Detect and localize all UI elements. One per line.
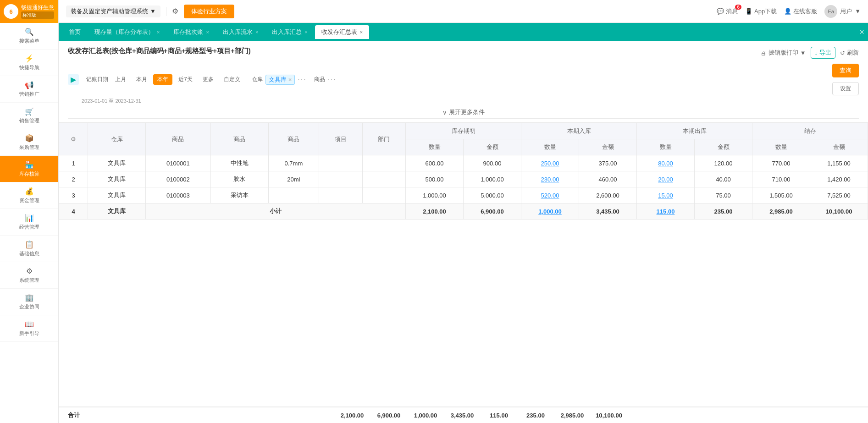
system-selector[interactable]: 装备及固定资产辅助管理系统 ▼	[66, 5, 160, 17]
expand-arrow-icon[interactable]: ▶	[68, 74, 79, 85]
row-name: 中性笔	[210, 155, 268, 171]
total-in-qty: 1,000.00	[407, 412, 444, 419]
row-out-qty[interactable]: 15.00	[637, 187, 695, 203]
online-service-action[interactable]: 👤 在线客服	[784, 7, 817, 16]
experience-button[interactable]: 体验行业方案	[184, 5, 234, 18]
total-init-qty: 2,100.00	[334, 412, 370, 419]
sidebar-item-quick-nav[interactable]: ⚡ 快捷导航	[0, 49, 58, 76]
date-btn-7days[interactable]: 近7天	[174, 74, 197, 85]
sidebar-nav: 🔍 搜索菜单 ⚡ 快捷导航 📢 营销推广 🛒 销售管理 📦 采购管理 🏪 库存核…	[0, 23, 58, 423]
quick-nav-icon: ⚡	[25, 54, 34, 63]
date-btn-this-month[interactable]: 本月	[132, 74, 151, 85]
goods-label: 商品	[314, 76, 325, 83]
warehouse-tag-close[interactable]: ×	[288, 76, 292, 83]
expand-more-conditions[interactable]: ∨ 展开更多条件	[68, 108, 859, 116]
service-icon: 👤	[784, 8, 791, 15]
close-all-tabs[interactable]: ×	[859, 27, 864, 37]
app-download-action[interactable]: 📱 App下载	[745, 7, 777, 16]
col-header-init-stock: 库存期初	[406, 123, 521, 139]
query-button[interactable]: 查询	[832, 64, 859, 77]
date-btn-last-month[interactable]: 上月	[111, 74, 130, 85]
online-service-label: 在线客服	[793, 7, 817, 16]
col-header-init-qty: 数量	[406, 139, 464, 155]
tab-stock-dist-close[interactable]: ×	[157, 29, 160, 35]
main-content: 装备及固定资产辅助管理系统 ▼ ⚙ 体验行业方案 💬 消息 6 📱 App下载 …	[59, 0, 868, 423]
message-badge: 6	[735, 5, 741, 10]
tab-home-label: 首页	[69, 28, 81, 36]
date-btn-custom[interactable]: 自定义	[220, 74, 244, 85]
row-out-qty[interactable]: 20.00	[637, 171, 695, 187]
topbar-actions: 💬 消息 6 📱 App下载 👤 在线客服 Ea 用户 ▼	[717, 5, 861, 18]
sidebar-item-purchase[interactable]: 📦 采购管理	[0, 129, 58, 156]
table-settings-header[interactable]: ⚙	[59, 123, 88, 155]
export-icon: ↓	[815, 49, 818, 56]
settings-button[interactable]: 设置	[832, 82, 859, 95]
sidebar-item-label: 营销推广	[19, 91, 39, 98]
sidebar-item-inventory[interactable]: 🏪 库存核算	[0, 156, 58, 182]
col-header-init-amt: 金额	[464, 139, 521, 155]
message-action[interactable]: 💬 消息 6	[717, 7, 738, 16]
sidebar-item-finance[interactable]: 💰 资金管理	[0, 182, 58, 209]
data-table: ⚙ 仓库 商品 商品 商品 项目 部门 库存期初 本期入库 本期出库 结存 数量	[59, 123, 868, 220]
date-btn-more[interactable]: 更多	[199, 74, 218, 85]
sidebar-item-label: 新手引导	[19, 330, 39, 337]
row-bal-amt: 1,420.00	[810, 171, 868, 187]
tab-recv-send-summary-close[interactable]: ×	[360, 29, 363, 35]
tab-stock-dist[interactable]: 现存量（库存分布表） ×	[88, 25, 166, 39]
marketing-icon: 📢	[25, 81, 34, 89]
col-header-code: 商品	[146, 123, 211, 155]
tab-recv-send-summary[interactable]: 收发存汇总表 ×	[315, 25, 369, 39]
row-bal-qty: 770.00	[752, 155, 810, 171]
row-init-amt: 1,000.00	[464, 171, 521, 187]
tab-inout-summary-close[interactable]: ×	[304, 29, 307, 35]
date-range-display: 2023-01-01 至 2023-12-31	[82, 98, 141, 104]
col-header-bal-qty: 数量	[752, 139, 810, 155]
sidebar-item-search[interactable]: 🔍 搜索菜单	[0, 23, 58, 49]
sidebar-item-marketing[interactable]: 📢 营销推广	[0, 76, 58, 103]
date-btn-this-year[interactable]: 本年	[153, 74, 172, 85]
row-code: 0100003	[146, 187, 211, 203]
row-out-qty[interactable]: 80.00	[637, 155, 695, 171]
sidebar-item-sales[interactable]: 🛒 销售管理	[0, 103, 58, 129]
col-header-out-amt: 金额	[695, 139, 752, 155]
warehouse-more-icon[interactable]: ···	[298, 76, 306, 84]
print-button[interactable]: 🖨 拨销版打印 ▼	[761, 49, 806, 57]
user-menu[interactable]: Ea 用户 ▼	[824, 5, 861, 18]
table-row: 1 文具库 0100001 中性笔 0.7mm 600.00 900.00 25…	[59, 155, 868, 171]
total-footer: 合计 2,100.00 6,900.00 1,000.00 3,435.00 1…	[59, 407, 868, 423]
tab-batch-close[interactable]: ×	[206, 29, 209, 35]
sidebar-item-system[interactable]: ⚙ 系统管理	[0, 262, 58, 289]
row-num: 3	[59, 187, 88, 203]
refresh-button[interactable]: ↺ 刷新	[840, 49, 859, 57]
tab-inout-flow[interactable]: 出入库流水 ×	[216, 25, 265, 39]
tab-inout-summary[interactable]: 出入库汇总 ×	[265, 25, 314, 39]
row-in-qty[interactable]: 520.00	[521, 187, 579, 203]
export-button[interactable]: ↓ 导出	[811, 47, 836, 59]
row-in-qty[interactable]: 250.00	[521, 155, 579, 171]
sidebar-item-operation[interactable]: 📊 经营管理	[0, 209, 58, 236]
tab-batch[interactable]: 库存批次账 ×	[167, 25, 215, 39]
sidebar-item-label: 搜索菜单	[19, 38, 39, 44]
total-out-amt: 235.00	[517, 412, 554, 419]
subtotal-out-qty[interactable]: 115.00	[637, 203, 695, 220]
warehouse-label: 仓库	[252, 76, 263, 83]
phone-icon: 📱	[745, 8, 752, 15]
row-code: 0100002	[146, 171, 211, 187]
goods-more-icon[interactable]: ···	[328, 76, 337, 84]
sidebar-item-basic-info[interactable]: 📋 基础信息	[0, 236, 58, 262]
row-in-qty[interactable]: 230.00	[521, 171, 579, 187]
row-in-amt: 2,600.00	[579, 187, 637, 203]
subtotal-bal-qty: 2,985.00	[752, 203, 810, 220]
gear-icon[interactable]: ⚙	[172, 7, 178, 16]
sidebar-item-guide[interactable]: 📖 新手引导	[0, 315, 58, 342]
row-spec	[268, 187, 319, 203]
tab-inout-flow-close[interactable]: ×	[255, 29, 258, 35]
col-header-in-amt: 金额	[579, 139, 637, 155]
sidebar-item-enterprise[interactable]: 🏢 企业协同	[0, 289, 58, 315]
refresh-icon: ↺	[840, 49, 845, 56]
subtotal-in-qty[interactable]: 1,000.00	[521, 203, 579, 220]
tab-home[interactable]: 首页	[62, 25, 87, 39]
filter-area: ▶ 记账日期 上月 本月 本年 近7天 更多 自定义 仓库	[68, 60, 859, 119]
row-warehouse: 文具库	[88, 155, 146, 171]
logo-text: 畅捷通好生意	[21, 4, 54, 11]
